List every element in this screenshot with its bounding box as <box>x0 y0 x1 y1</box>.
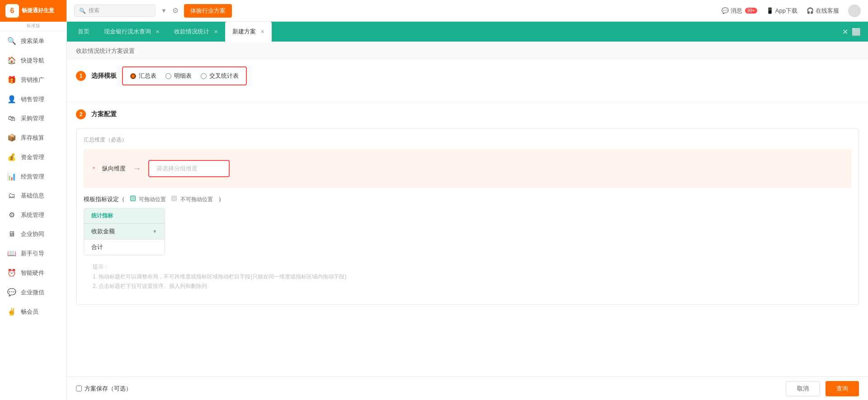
sidebar-item-label: 营销推广 <box>21 76 44 84</box>
fixed-legend-label: 不可拖动位置 <box>180 196 213 202</box>
industry-btn[interactable]: 体验行业方案 <box>184 4 232 18</box>
tab-cashflow[interactable]: 现金银行流水查询 ✕ <box>97 22 167 42</box>
cancel-button[interactable]: 取消 <box>786 381 820 396</box>
sidebar-item-label: 系统管理 <box>21 211 44 219</box>
legend-draggable: 可拖动位置 <box>130 196 166 203</box>
notification-label: 消息 <box>731 7 742 15</box>
gear-icon: ⚙ <box>7 211 16 219</box>
footer-buttons: 取消 查询 <box>786 381 859 396</box>
sidebar-item-member[interactable]: ✌ 畅会员 <box>0 302 66 321</box>
tab-label: 收款情况统计 <box>174 28 209 36</box>
save-checkbox[interactable] <box>76 386 82 391</box>
app-icon: 📱 <box>766 7 774 14</box>
sidebar-item-purchase[interactable]: 🛍 采购管理 <box>0 109 66 128</box>
tab-controls: ✕ ⬜ <box>842 22 864 42</box>
radio-summary[interactable]: 汇总表 <box>130 72 156 80</box>
metrics-legend: 可拖动位置 不可拖动位置 <box>130 196 213 203</box>
clock-icon: ⏰ <box>7 268 16 277</box>
sidebar-item-guide[interactable]: 📖 新手引导 <box>0 244 66 263</box>
sidebar-item-basic[interactable]: 🗂 基础信息 <box>0 186 66 205</box>
gift-icon: 🎁 <box>7 75 16 84</box>
sidebar-item-label: 资金管理 <box>21 153 44 161</box>
sidebar-item-wechat[interactable]: 💬 企业微信 <box>0 282 66 302</box>
dimension-placeholder: 请选择分组维度 <box>156 165 198 172</box>
radio-cross[interactable]: 交叉统计表 <box>201 72 239 80</box>
search-box[interactable]: 🔍 搜索 <box>74 5 156 17</box>
app-download-btn[interactable]: 📱 App下载 <box>766 7 797 15</box>
sidebar-item-label: 销售管理 <box>21 95 44 104</box>
sidebar-item-system[interactable]: ⚙ 系统管理 <box>0 205 66 225</box>
chevron-down-icon[interactable]: ▼ <box>152 229 157 234</box>
settings-icon[interactable]: ⚙ <box>172 6 179 15</box>
sidebar-item-nav[interactable]: 🏠 快捷导航 <box>0 51 66 70</box>
home-icon: 🏠 <box>7 56 16 65</box>
sidebar-item-label: 智能硬件 <box>21 269 44 277</box>
sidebar-item-hardware[interactable]: ⏰ 智能硬件 <box>0 263 66 282</box>
sidebar-item-label: 快捷导航 <box>21 56 44 65</box>
tip-item-1: 1. 拖动标题栏可以调整布局，不可跨维度或指标区域拖动栏目字段(只能在同一维度或… <box>93 272 842 282</box>
save-option[interactable]: 方案保存（可选） <box>76 385 132 393</box>
query-button[interactable]: 查询 <box>826 381 859 396</box>
radio-detail-input[interactable] <box>165 73 171 79</box>
sidebar-edition: 标准版 <box>0 22 66 31</box>
arrow-icon: → <box>133 164 141 174</box>
notification-btn[interactable]: 💬 消息 99+ <box>722 7 757 15</box>
tab-new-plan[interactable]: 新建方案 ✕ <box>225 22 272 42</box>
main-area: 🔍 搜索 ▼ ⚙ 体验行业方案 💬 消息 99+ 📱 App下载 🎧 在线客服 <box>67 0 868 400</box>
close-icon[interactable]: ✕ <box>156 29 160 35</box>
avatar[interactable] <box>848 5 861 17</box>
legend-fixed: 不可拖动位置 <box>171 196 212 203</box>
breadcrumb-text: 收款情况统计方案设置 <box>76 47 135 54</box>
sidebar-item-marketing[interactable]: 🎁 营销推广 <box>0 70 66 89</box>
sidebar-item-label: 畅会员 <box>21 308 38 316</box>
member-icon: ✌ <box>7 307 16 316</box>
metrics-subtotal: 合计 <box>84 239 165 255</box>
footer: 方案保存（可选） 取消 查询 <box>67 376 868 400</box>
close-icon[interactable]: ✕ <box>214 29 218 35</box>
tab-label: 首页 <box>78 28 90 36</box>
breadcrumb: 收款情况统计方案设置 <box>67 42 868 59</box>
maximize-icon[interactable]: ⬜ <box>852 28 861 36</box>
step1-label: 选择模板 <box>91 72 117 80</box>
close-icon[interactable]: ✕ <box>260 29 264 35</box>
close-window-icon[interactable]: ✕ <box>842 28 848 36</box>
sidebar-item-label: 企业微信 <box>21 288 44 296</box>
monitor-icon: 🖥 <box>7 230 16 238</box>
tip-title: 提示： <box>93 262 842 272</box>
draggable-legend-label: 可拖动位置 <box>139 196 166 202</box>
vertical-label: 纵向维度 <box>102 165 126 173</box>
tab-receipt-stats[interactable]: 收款情况统计 ✕ <box>167 22 225 42</box>
step2-label: 方案配置 <box>91 110 117 118</box>
online-service-label: 在线客服 <box>816 7 839 15</box>
sidebar-item-sales[interactable]: 👤 销售管理 <box>0 89 66 109</box>
sidebar-item-label: 企业协同 <box>21 230 44 238</box>
radio-cross-input[interactable] <box>201 73 207 79</box>
logo-icon: 6 <box>5 4 19 18</box>
tip-item-2: 2. 点击标题栏下拉可设置排序、插入列和删除列 <box>93 282 842 292</box>
notification-icon: 💬 <box>722 7 729 14</box>
tab-label: 新建方案 <box>232 28 256 36</box>
dimension-select[interactable]: 请选择分组维度 <box>148 160 230 177</box>
sidebar-item-search[interactable]: 🔍 搜索菜单 <box>0 31 66 51</box>
bag-icon: 🛍 <box>7 114 16 122</box>
radio-detail[interactable]: 明细表 <box>165 72 192 80</box>
topbar-arrow[interactable]: ▼ <box>161 7 167 14</box>
sidebar-item-corp[interactable]: 🖥 企业协同 <box>0 225 66 244</box>
sidebar-item-operation[interactable]: 📊 经营管理 <box>0 167 66 186</box>
tab-home[interactable]: 首页 <box>71 22 97 42</box>
metrics-table-row[interactable]: 收款金额 ▼ <box>84 223 165 239</box>
chat-icon: 💬 <box>7 288 16 296</box>
tips-section: 提示： 1. 拖动标题栏可以调整布局，不可跨维度或指标区域拖动栏目字段(只能在同… <box>84 257 851 297</box>
sidebar-logo: 6 畅捷通好生意 <box>0 0 66 22</box>
user-icon: 👤 <box>7 95 16 104</box>
chart-icon: 📊 <box>7 172 16 181</box>
sidebar-item-inventory[interactable]: 📦 库存核算 <box>0 128 66 147</box>
online-service-btn[interactable]: 🎧 在线客服 <box>807 7 839 15</box>
sidebar: 6 畅捷通好生意 标准版 🔍 搜索菜单 🏠 快捷导航 🎁 营销推广 👤 销售管理… <box>0 0 67 400</box>
tabbar: 首页 现金银行流水查询 ✕ 收款情况统计 ✕ 新建方案 ✕ ✕ ⬜ <box>67 22 868 42</box>
template-select-box: 汇总表 明细表 交叉统计表 <box>122 66 247 85</box>
radio-detail-label: 明细表 <box>174 72 192 80</box>
sidebar-item-finance[interactable]: 💰 资金管理 <box>0 147 66 167</box>
metric-row-label: 收款金额 <box>91 227 115 235</box>
radio-summary-input[interactable] <box>130 73 136 79</box>
